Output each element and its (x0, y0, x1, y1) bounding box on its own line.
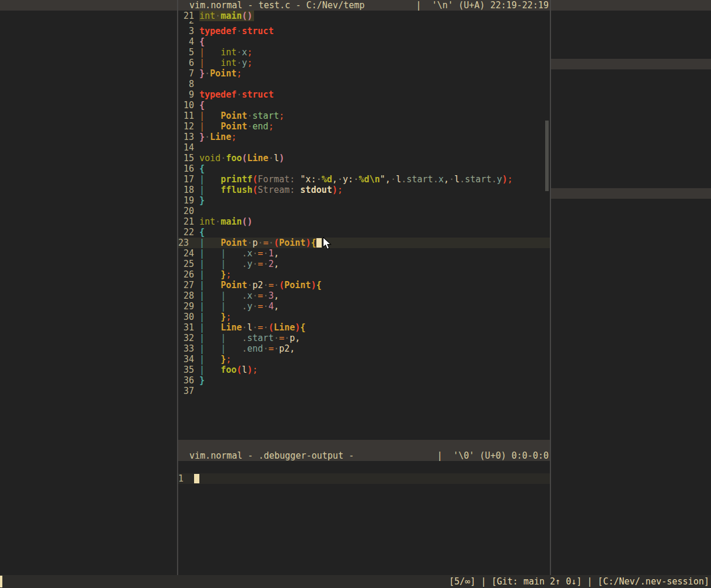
line-number: 31 (178, 322, 194, 333)
code-line[interactable]: 6| int·y; (178, 58, 550, 68)
line-number: 29 (178, 301, 194, 312)
line-number: 37 (178, 386, 194, 396)
output-content[interactable]: 1 (178, 473, 550, 587)
line-number: 21 (178, 11, 194, 21)
line-number: 13 (178, 132, 194, 142)
code-area[interactable]: 21int·main() 23typedef·struct4{5| int·x;… (178, 11, 550, 440)
output-titlebar: vim.normal - .debugger-output - | '\0' (… (178, 450, 550, 461)
code-line[interactable]: 34| }; (178, 354, 550, 365)
line-number: 33 (178, 343, 194, 354)
line-number: 11 (178, 111, 194, 121)
code-line[interactable]: 11| Point·start; (178, 111, 550, 121)
code-line[interactable]: 12| Point·end; (178, 121, 550, 132)
line-number: 20 (178, 206, 194, 216)
code-line[interactable]: 3typedef·struct (178, 26, 550, 36)
line-number: 18 (178, 185, 194, 195)
code-line[interactable]: 26| }; (178, 269, 550, 280)
output-title: vim.normal - .debugger-output - (178, 450, 354, 461)
code-line[interactable]: 9typedef·struct (178, 89, 550, 100)
code-line[interactable]: 33| | .end·=·p2, (178, 343, 550, 354)
line-number: 24 (178, 248, 194, 259)
code-line[interactable]: 16{ (178, 163, 550, 174)
code-line[interactable]: 22{ (178, 227, 550, 238)
variables-panel: Variables (0, 0, 177, 575)
code-line[interactable]: 1 (178, 473, 550, 484)
line-number: 16 (178, 163, 194, 174)
code-line[interactable]: 30| }; (178, 312, 550, 322)
line-number: 17 (178, 174, 194, 185)
code-line[interactable]: 23| Point·p·=·(Point){ (178, 238, 550, 248)
code-line[interactable]: 10{ (178, 100, 550, 111)
line-number: 14 (178, 142, 194, 153)
line-number: 30 (178, 312, 194, 322)
code-line[interactable]: 17| printf(Format: "x:·%d,·y:·%d\n",·l.s… (178, 174, 550, 185)
line-number: 5 (178, 47, 194, 58)
line-number: 15 (178, 153, 194, 163)
line-number: 10 (178, 100, 194, 111)
line-number: 25 (178, 259, 194, 269)
line-number: 27 (178, 280, 194, 290)
code-line[interactable]: 28| | .x·=·3, (178, 290, 550, 301)
variables-header: Variables (0, 0, 177, 11)
sticky-context-line[interactable]: 21int·main() (178, 11, 550, 21)
code-lines: 23typedef·struct4{5| int·x;6| int·y;7}·P… (178, 11, 550, 396)
code-line[interactable]: 18| fflush(Stream: stdout); (178, 185, 550, 195)
mouse-cursor-icon (323, 237, 332, 250)
line-number: 7 (178, 68, 194, 79)
output-cursor-info: | '\0' (U+0) 0:0-0:0 (437, 450, 550, 461)
status-info: [5/∞] | [Git: main 2↑ 0↓] | [C:/Nev/.nev… (449, 576, 711, 587)
line-number: 21 (178, 216, 194, 227)
code-line[interactable]: 13}·Line; (178, 132, 550, 142)
line-number: 34 (178, 354, 194, 365)
debugger-body (551, 11, 711, 59)
editor-panel: vim.normal - test.c - C:/Nev/temp | '\n'… (178, 0, 550, 575)
line-number: 6 (178, 58, 194, 68)
line-number: 1 (178, 473, 189, 484)
app-window: Variables vim.normal - test.c - C:/Nev/t… (0, 0, 711, 588)
line-number: 26 (178, 269, 194, 280)
code-line[interactable]: 15void·foo(Line·l) (178, 153, 550, 163)
stack-header: Stack (551, 188, 711, 199)
status-bar: [5/∞] | [Git: main 2↑ 0↓] | [C:/Nev/.nev… (0, 575, 711, 588)
line-number: 28 (178, 290, 194, 301)
line-number: 9 (178, 89, 194, 100)
code-line[interactable]: 20 (178, 206, 550, 216)
code-line[interactable]: 24| | .x·=·1, (178, 248, 550, 259)
code-line[interactable]: 25| | .y·=·2, (178, 259, 550, 269)
code-line[interactable]: 37 (178, 386, 550, 396)
threads-body (551, 69, 711, 188)
editor-title: vim.normal - test.c - C:/Nev/temp (178, 0, 365, 11)
text-cursor (316, 238, 322, 248)
line-number: 8 (178, 79, 194, 89)
line-number: 4 (178, 36, 194, 47)
code-line[interactable]: 29| | .y·=·4, (178, 301, 550, 312)
code-line[interactable]: 5| int·x; (178, 47, 550, 58)
code-line[interactable]: 14 (178, 142, 550, 153)
code-line[interactable]: 21int·main() (178, 216, 550, 227)
code-line[interactable]: 8 (178, 79, 550, 89)
output-panel: Output vim.normal - .debugger-output - |… (178, 440, 550, 587)
code-line[interactable]: 36} (178, 375, 550, 386)
output-header: Output (178, 440, 550, 450)
debugger-panel: Debugger - Not started - aa - Threads St… (551, 0, 711, 575)
text-cursor (194, 474, 199, 483)
code-line[interactable]: 27| Point·p2·=·(Point){ (178, 280, 550, 290)
line-number: 23 (178, 238, 194, 248)
line-number: 35 (178, 365, 194, 375)
code-line[interactable]: 7}·Point; (178, 68, 550, 79)
code-line[interactable]: 32| | .start·=·p, (178, 333, 550, 343)
code-line[interactable]: 19} (178, 195, 550, 206)
code-line[interactable]: 31| Line·l·=·(Line){ (178, 322, 550, 333)
editor-scrollbar-thumb[interactable] (545, 121, 549, 191)
line-number: 12 (178, 121, 194, 132)
editor-cursor-info: | '\n' (U+A) 22:19-22:19 (416, 0, 550, 11)
code-line[interactable]: 4{ (178, 36, 550, 47)
line-number: 32 (178, 333, 194, 343)
status-left-marker (0, 576, 2, 587)
code-line[interactable]: 35| foo(l); (178, 365, 550, 375)
line-number: 19 (178, 195, 194, 206)
line-number: 3 (178, 26, 194, 36)
debugger-header: Debugger - Not started - aa - (551, 0, 711, 11)
line-number: 22 (178, 227, 194, 238)
threads-header: Threads (551, 59, 711, 69)
